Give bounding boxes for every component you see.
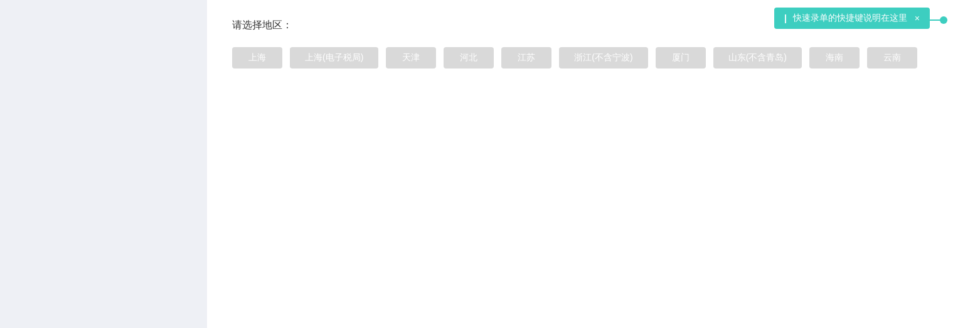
tooltip-text: 快速录单的快捷键说明在这里 (793, 13, 907, 24)
region-button-7[interactable]: 山东(不含青岛) (713, 47, 802, 68)
region-button-9[interactable]: 云南 (867, 47, 917, 68)
main-content: 请选择地区： 上海上海(电子税局)天津河北江苏浙江(不含宁波)厦门山东(不含青岛… (207, 0, 980, 328)
region-button-1[interactable]: 上海(电子税局) (290, 47, 378, 68)
tooltip-popup: 快速录单的快捷键说明在这里 × (774, 8, 930, 29)
region-button-3[interactable]: 河北 (444, 47, 494, 68)
region-button-2[interactable]: 天津 (386, 47, 436, 68)
tooltip-close-button[interactable]: × (915, 13, 920, 23)
region-button-6[interactable]: 厦门 (656, 47, 706, 68)
region-button-0[interactable]: 上海 (232, 47, 282, 68)
tooltip-dot (940, 16, 947, 24)
region-buttons: 上海上海(电子税局)天津河北江苏浙江(不含宁波)厦门山东(不含青岛)海南云南 (232, 47, 955, 68)
region-button-5[interactable]: 浙江(不含宁波) (559, 47, 647, 68)
region-button-8[interactable]: 海南 (809, 47, 860, 68)
left-sidebar (0, 0, 207, 328)
region-button-4[interactable]: 江苏 (501, 47, 551, 68)
